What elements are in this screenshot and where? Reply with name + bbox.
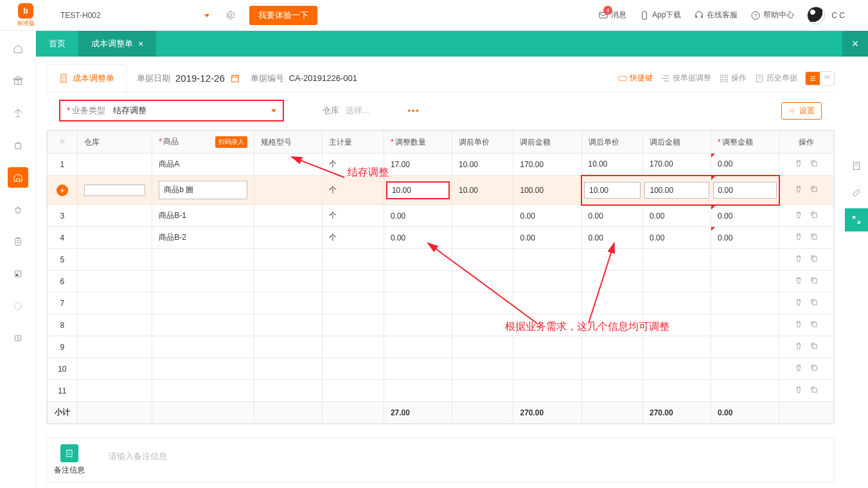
gear-icon xyxy=(225,10,235,21)
top-header: b 标准版 TEST-H002 我要体验一下 4 消息 App下载 在线客服 ?… xyxy=(0,0,868,31)
logo-icon: b xyxy=(18,3,33,19)
company-name: TEST-H002 xyxy=(60,11,101,20)
message-badge: 4 xyxy=(603,6,612,15)
svg-rect-1 xyxy=(642,12,647,19)
user-menu[interactable]: C C xyxy=(807,6,845,24)
app-download-link[interactable]: App下载 xyxy=(639,10,681,21)
logo: b 标准版 xyxy=(10,3,41,28)
settings-gear-button[interactable] xyxy=(221,6,239,24)
customer-service-link[interactable]: 在线客服 xyxy=(694,10,738,21)
logo-label: 标准版 xyxy=(17,19,35,28)
help-icon: ? xyxy=(750,10,761,21)
messages-link[interactable]: 4 消息 xyxy=(598,10,626,21)
chevron-down-icon xyxy=(204,11,209,20)
headset-icon xyxy=(694,10,704,21)
avatar-icon xyxy=(807,6,825,24)
trial-button[interactable]: 我要体验一下 xyxy=(249,6,317,25)
mobile-icon xyxy=(639,10,650,21)
company-selector[interactable]: TEST-H002 xyxy=(54,6,215,25)
svg-text:?: ? xyxy=(754,12,757,18)
help-link[interactable]: ? 帮助中心 xyxy=(750,10,794,21)
